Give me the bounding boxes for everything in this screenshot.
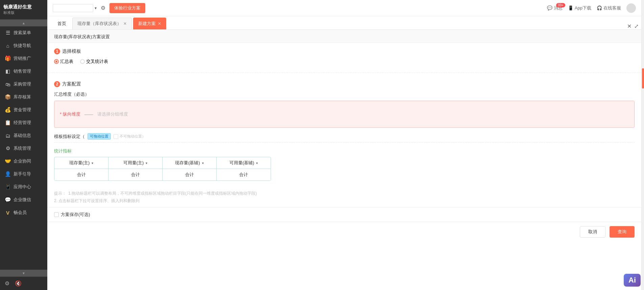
biz-icon: 📋 xyxy=(5,120,11,126)
radio-summary-label: 汇总表 xyxy=(60,58,73,65)
sidebar-item-corpwechat[interactable]: 💬 企业微信 xyxy=(0,193,47,206)
tab-new-plan-label: 新建方案 xyxy=(138,21,156,27)
member-icon: V xyxy=(5,210,11,216)
step2-label: 方案配置 xyxy=(62,81,81,87)
col2-dropdown-icon[interactable]: ▾ xyxy=(146,161,147,165)
mute-icon[interactable]: 🔇 xyxy=(15,280,22,287)
topbar: ▾ ⚙ 体验行业方案 💬 消息 99+ 📱 App下载 🎧 在线客服 xyxy=(47,0,641,16)
sidebar-item-corp[interactable]: 🤝 企业协同 xyxy=(0,155,47,168)
indicator-settings-label: 模板指标设定（ 可拖动位置 不可拖动位置） xyxy=(54,133,635,140)
radio-crosstab-label: 交叉统计表 xyxy=(86,58,108,65)
stats-body-col4: 合计 xyxy=(217,169,271,180)
stats-header-col1[interactable]: 现存量(主) ▾ xyxy=(54,157,108,169)
sidebar-item-search-menu[interactable]: ☰ 搜索菜单 xyxy=(0,26,47,39)
sidebar-item-appcenter[interactable]: 📱 应用中心 xyxy=(0,180,47,193)
message-badge: 99+ xyxy=(556,3,565,7)
stats-body-col1: 合计 xyxy=(54,169,108,180)
message-btn[interactable]: 💬 消息 99+ xyxy=(547,5,563,11)
save-plan-label: 方案保存(可选) xyxy=(61,212,90,218)
sidebar-item-label: 资金管理 xyxy=(14,107,31,113)
col4-dropdown-icon[interactable]: ▾ xyxy=(256,161,258,165)
query-button[interactable]: 查询 xyxy=(610,226,635,238)
cancel-button[interactable]: 取消 xyxy=(580,226,605,238)
radio-summary[interactable]: 汇总表 xyxy=(54,58,73,65)
sidebar-item-finance[interactable]: 💰 资金管理 xyxy=(0,103,47,116)
expand-icon[interactable]: ⤢ xyxy=(634,23,639,29)
tab-new-plan-close[interactable]: ✕ xyxy=(158,21,161,26)
settings-icon[interactable]: ⚙ xyxy=(5,280,9,287)
stats-header-col3[interactable]: 现存量(基辅) ▾ xyxy=(163,157,217,169)
purchase-icon: 🛍 xyxy=(5,81,11,87)
sidebar-item-newuser[interactable]: 👤 新手引导 xyxy=(0,168,47,180)
basic-info-icon: 🗂 xyxy=(5,133,11,139)
sidebar-item-label: 基础信息 xyxy=(14,132,31,139)
tab-new-plan[interactable]: 新建方案 ✕ xyxy=(133,18,166,29)
col1-label: 现存量(主) xyxy=(69,160,90,166)
pink-box: * 纵向维度 —— 请选择分组维度 xyxy=(54,101,635,128)
save-plan-checkbox[interactable] xyxy=(54,212,59,217)
tip-line1: 提示： 1.拖动标题栏可以调整布局，不可跨维度或指标区域拖动栏目字段(只能在同一… xyxy=(54,190,635,197)
search-dropdown[interactable]: ▾ xyxy=(95,6,97,10)
quick-nav-icon: ⌂ xyxy=(5,43,11,49)
ai-badge[interactable]: Ai xyxy=(624,274,641,287)
sidebar-item-label: 新手引导 xyxy=(14,171,31,177)
radio-crosstab-circle xyxy=(80,59,85,64)
sidebar-item-label: 系统管理 xyxy=(14,145,31,151)
sidebar-item-member[interactable]: V 畅会员 xyxy=(0,206,47,219)
col1-dropdown-icon[interactable]: ▾ xyxy=(92,161,93,165)
content-footer: 方案保存(可选) xyxy=(47,207,641,222)
step1-section: 1 选择模板 汇总表 交叉统计表 xyxy=(47,43,641,70)
download-icon: 📱 xyxy=(568,5,573,10)
search-input[interactable] xyxy=(53,4,93,12)
corp-icon: 🤝 xyxy=(5,158,11,164)
sidebar-item-purchase[interactable]: 🛍 采购管理 xyxy=(0,78,47,91)
stats-header-col2[interactable]: 可用量(主) ▾ xyxy=(108,157,163,169)
tabs-bar: 首页 现存量（库存状况表） ✕ 新建方案 ✕ ✕ ⤢ xyxy=(47,16,641,30)
action-bar: 取消 查询 xyxy=(47,222,641,242)
sidebar-item-label: 畅会员 xyxy=(14,210,27,216)
no-drag-icon xyxy=(114,134,118,139)
sidebar-item-label: 企业协同 xyxy=(14,158,31,164)
right-scrollbar[interactable] xyxy=(641,0,644,290)
right-scroll-thumb[interactable] xyxy=(642,68,644,89)
col3-dropdown-icon[interactable]: ▾ xyxy=(202,161,204,165)
step1-title: 1 选择模板 xyxy=(54,48,635,54)
save-plan-checkbox-label[interactable]: 方案保存(可选) xyxy=(54,212,90,218)
app-download-btn[interactable]: 📱 App下载 xyxy=(568,5,591,11)
tips-section: 提示： 1.拖动标题栏可以调整布局，不可跨维度或指标区域拖动栏目字段(只能在同一… xyxy=(47,187,641,207)
radio-crosstab[interactable]: 交叉统计表 xyxy=(80,58,108,65)
sidebar-item-quick-nav[interactable]: ⌂ 快捷导航 xyxy=(0,39,47,52)
tab-home[interactable]: 首页 xyxy=(53,18,71,29)
stats-section-label: 统计指标 xyxy=(54,148,635,154)
sidebar-item-sys[interactable]: ⚙ 系统管理 xyxy=(0,142,47,155)
gear-icon[interactable]: ⚙ xyxy=(101,5,105,11)
topbar-right: 💬 消息 99+ 📱 App下载 🎧 在线客服 xyxy=(547,3,636,13)
tab-inventory-status[interactable]: 现存量（库存状况表） ✕ xyxy=(72,18,132,29)
sys-icon: ⚙ xyxy=(5,145,11,151)
industry-btn[interactable]: 体验行业方案 xyxy=(109,3,145,13)
inventory-icon: 📦 xyxy=(5,94,11,100)
avatar xyxy=(626,3,636,13)
sidebar-item-label: 搜索菜单 xyxy=(14,30,31,36)
sidebar-scroll-up[interactable]: ▲ xyxy=(0,20,47,26)
template-radio-group: 汇总表 交叉统计表 xyxy=(54,58,635,65)
sidebar-item-biz[interactable]: 📋 经营管理 xyxy=(0,116,47,129)
sidebar-item-label: 采购管理 xyxy=(14,81,31,87)
indicator-label-text: 模板指标设定（ xyxy=(54,134,85,140)
sidebar-scroll-down[interactable]: ▼ xyxy=(0,270,47,276)
stats-header-col4[interactable]: 可用量(基辅) ▾ xyxy=(217,157,271,169)
no-drag-label: 不可拖动位置） xyxy=(120,134,146,139)
sidebar-item-marketing[interactable]: 🎁 营销推广 xyxy=(0,52,47,65)
summary-dim-label: 汇总维度（必选） xyxy=(54,91,635,97)
content-area: 现存量(库存状况表)方案设置 1 选择模板 汇总表 交叉统计表 xyxy=(47,30,641,290)
close-icon[interactable]: ✕ xyxy=(627,23,631,29)
sidebar-item-basic-info[interactable]: 🗂 基础信息 xyxy=(0,129,47,142)
tip-line2: 2. 点击标题栏下拉可设置排序、插入列和删除列 xyxy=(54,197,635,205)
online-service-btn[interactable]: 🎧 在线客服 xyxy=(597,5,621,11)
page-header: 现存量(库存状况表)方案设置 xyxy=(47,30,641,43)
tab-inventory-close[interactable]: ✕ xyxy=(123,21,127,26)
sidebar-item-inventory[interactable]: 📦 库存核算 xyxy=(0,91,47,103)
user-area[interactable] xyxy=(626,3,636,13)
tip2-text: 2. 点击标题栏下拉可设置排序、插入列和删除列 xyxy=(54,197,140,205)
sidebar-item-sales[interactable]: ◧ 销售管理 xyxy=(0,65,47,78)
